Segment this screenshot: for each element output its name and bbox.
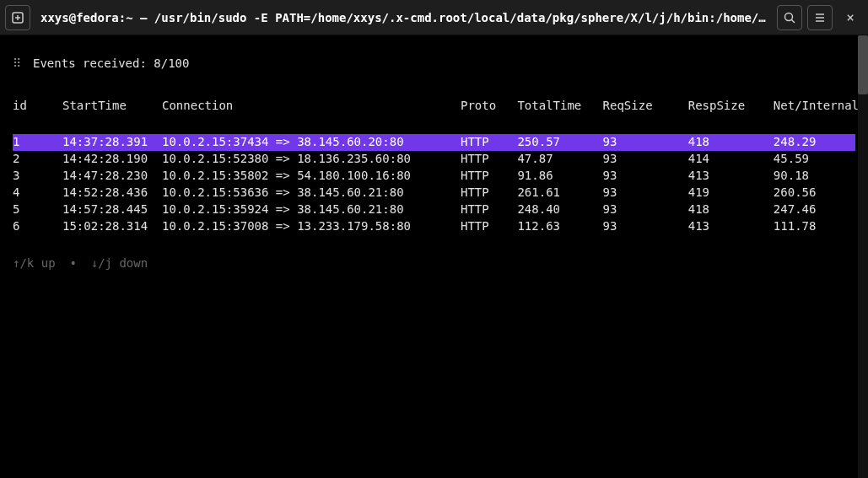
plus-square-icon xyxy=(11,11,24,24)
events-received-text: Events received: 8/100 xyxy=(33,56,189,73)
table-row[interactable]: 6 15:02:28.314 10.0.2.15:37008 => 13.233… xyxy=(13,218,855,235)
window-title: xxys@fedora:~ — /usr/bin/sudo -E PATH=/h… xyxy=(35,11,772,24)
events-received-line: ⠿ Events received: 8/100 xyxy=(13,56,855,73)
drag-handle-icon: ⠿ xyxy=(13,56,19,73)
menu-button[interactable] xyxy=(807,5,833,30)
new-tab-button[interactable] xyxy=(5,5,30,30)
table-row[interactable]: 5 14:57:28.445 10.0.2.15:35924 => 38.145… xyxy=(13,201,855,218)
keyboard-hints: ↑/k up • ↓/j down xyxy=(13,255,855,272)
table-row[interactable]: 3 14:47:28.230 10.0.2.15:35802 => 54.180… xyxy=(13,168,855,185)
close-icon: × xyxy=(846,9,855,25)
search-button[interactable] xyxy=(777,5,802,30)
table-body: 1 14:37:28.391 10.0.2.15:37434 => 38.145… xyxy=(13,134,855,235)
hamburger-icon xyxy=(813,11,827,24)
window-titlebar: xxys@fedora:~ — /usr/bin/sudo -E PATH=/h… xyxy=(0,0,868,35)
table-row[interactable]: 2 14:42:28.190 10.0.2.15:52380 => 18.136… xyxy=(13,151,855,168)
svg-line-4 xyxy=(792,19,795,23)
scrollbar[interactable] xyxy=(858,35,868,478)
scrollbar-thumb[interactable] xyxy=(858,35,868,94)
search-icon xyxy=(783,11,796,24)
close-button[interactable]: × xyxy=(838,5,863,30)
svg-point-3 xyxy=(785,13,793,20)
table-header: id StartTime Connection Proto TotalTime … xyxy=(13,98,855,115)
table-row[interactable]: 4 14:52:28.436 10.0.2.15:53636 => 38.145… xyxy=(13,185,855,201)
terminal-area[interactable]: ⠿ Events received: 8/100 id StartTime Co… xyxy=(0,35,868,478)
table-row[interactable]: 1 14:37:28.391 10.0.2.15:37434 => 38.145… xyxy=(13,134,855,151)
